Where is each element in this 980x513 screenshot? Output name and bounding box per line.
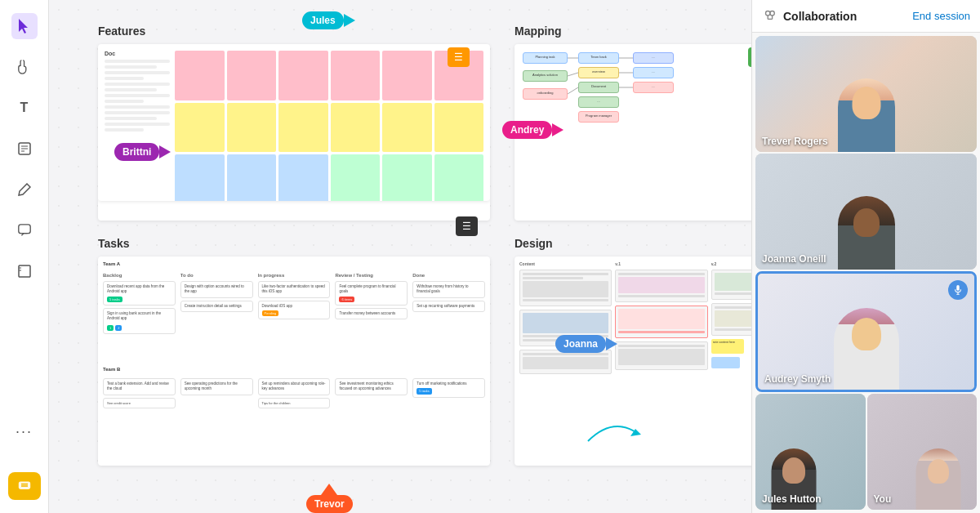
select-tool[interactable]: [11, 13, 38, 39]
design-section: Design Content: [514, 237, 751, 466]
design-label: Design: [514, 237, 751, 250]
chat-bubble-dark: ☰: [456, 216, 478, 236]
svg-line-13: [568, 73, 578, 76]
features-board: Doc: [98, 44, 490, 221]
participant-name-trever: Trever Rogers: [762, 136, 828, 147]
canvas-area[interactable]: Features Doc: [49, 0, 751, 513]
cursor-andrey-tag: Andrey: [502, 121, 552, 139]
cursor-joanna-tag: Joanna: [555, 335, 606, 353]
participant-name-you: You: [874, 493, 892, 505]
mapping-label: Mapping: [514, 25, 751, 38]
svg-line-14: [568, 87, 578, 94]
design-board: Content: [514, 256, 751, 466]
svg-rect-5: [18, 225, 29, 234]
end-session-button[interactable]: End session: [912, 10, 970, 22]
active-speaker-icon: [948, 280, 968, 300]
chat-bubble-button[interactable]: [8, 472, 41, 500]
right-panel: Collaboration End session Trever Rogers …: [751, 0, 980, 513]
tasks-board: Team A Backlog Download recent app data …: [98, 256, 490, 466]
pen-tool[interactable]: [11, 176, 38, 203]
participant-joanna: Joanna Oneill: [755, 154, 977, 270]
participant-you: You: [867, 394, 978, 510]
cursor-brittni: Brittni: [114, 143, 171, 161]
left-toolbar: T ···: [0, 0, 49, 513]
hand-tool[interactable]: [11, 54, 38, 80]
chat-bubble-green: ☰: [748, 47, 751, 67]
participants-list: Trever Rogers Joanna Oneill Audrey Smyth…: [752, 33, 980, 513]
svg-point-19: [766, 11, 770, 15]
svg-marker-0: [19, 19, 28, 33]
cursor-joanna: Joanna: [555, 335, 617, 353]
text-tool[interactable]: T: [11, 95, 38, 121]
participant-trever: Trever Rogers: [755, 36, 977, 152]
participant-name-jules: Jules Hutton: [762, 493, 822, 505]
collab-title: Collaboration: [783, 10, 857, 23]
svg-rect-24: [956, 285, 959, 291]
bottom-participants: Jules Hutton You: [755, 394, 977, 510]
svg-point-20: [770, 11, 774, 15]
features-label: Features: [98, 25, 490, 38]
collab-icon: [762, 7, 777, 25]
cursor-trevor: Trevor: [306, 484, 353, 513]
participant-jules: Jules Hutton: [755, 394, 866, 510]
cursor-jules: Jules: [302, 11, 355, 29]
cursor-jules-tag: Jules: [302, 11, 344, 29]
tasks-section: Tasks Team A Backlog Download recent app…: [98, 237, 490, 466]
participant-name-joanna: Joanna Oneill: [762, 253, 826, 265]
frame-tool[interactable]: [11, 258, 38, 284]
comment-tool[interactable]: [11, 217, 38, 243]
cursor-brittni-tag: Brittni: [114, 143, 159, 161]
participant-audrey: Audrey Smyth: [755, 271, 977, 392]
cursor-trevor-tag: Trevor: [306, 495, 353, 513]
collab-header: Collaboration End session: [752, 0, 980, 33]
participant-name-audrey: Audrey Smyth: [764, 373, 831, 385]
tasks-label: Tasks: [98, 237, 490, 250]
svg-rect-6: [19, 265, 30, 277]
features-section: Features Doc: [98, 25, 490, 221]
cursor-andrey: Andrey: [502, 121, 564, 139]
sticky-tool[interactable]: [11, 136, 38, 162]
chat-bubble-orange: ☰: [448, 47, 470, 67]
more-tools[interactable]: ···: [11, 418, 38, 444]
